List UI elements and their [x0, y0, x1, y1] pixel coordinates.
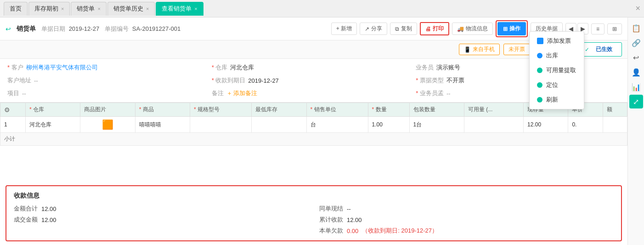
sales-staff-field: 业务员孟 -- — [416, 89, 620, 97]
effective-button[interactable]: ✓ 已生效 — [580, 42, 622, 57]
same-order-item: 同单现结 -- — [319, 205, 614, 213]
dropdown-add-invoice[interactable]: 添加发票 — [530, 34, 584, 48]
overdue-item: 本单欠款 0.00 （收款到期日: 2019-12-27） — [319, 227, 614, 235]
col-settings[interactable]: ⚙ — [0, 103, 26, 117]
not-opened-button[interactable]: 未开票 — [503, 44, 530, 55]
tab-sales-order[interactable]: 销货单 × — [71, 2, 106, 16]
col-product: 商品 — [135, 103, 190, 117]
dropdown-available-qty[interactable]: 可用量提取 — [530, 63, 584, 78]
sidebar-icon-6[interactable]: ⤢ — [629, 95, 643, 108]
ops-highlight: ⊞ 操作 — [496, 20, 528, 37]
invoice-icon — [537, 38, 543, 44]
copy-button[interactable]: ⧉ 复制 — [390, 23, 417, 35]
tab-view-sales[interactable]: 查看销货单 × — [156, 2, 203, 16]
row-index: 1 — [0, 117, 26, 133]
col-unit: 销售单位 — [306, 103, 368, 117]
row-warehouse: 河北仓库 — [26, 117, 80, 133]
total-value: 12.00 — [41, 205, 56, 212]
tab-sales-history-label: 销货单历史 — [113, 5, 143, 13]
copy-icon: ⧉ — [395, 26, 399, 32]
total-label: 金额合计 — [14, 205, 38, 213]
col-min-stock: 最低库存 — [252, 103, 306, 117]
payment-title: 收款信息 — [14, 192, 614, 200]
dropdown-outbound[interactable]: 出库 — [530, 48, 584, 63]
col-spec: 规格型号 — [190, 103, 252, 117]
add-note-button[interactable]: ＋ 添加备注 — [226, 89, 257, 97]
from-phone-button[interactable]: 📱 来自手机 — [459, 44, 500, 55]
cumulative-label: 累计收款 — [319, 216, 343, 224]
ops-button[interactable]: ⊞ 操作 — [497, 22, 526, 35]
logistics-button[interactable]: 🚚 物流信息 — [452, 23, 493, 35]
payment-section: 收款信息 金额合计 12.00 同单现结 -- 成交金额 12.00 累计收款 … — [6, 185, 622, 241]
share-icon: ↗ — [365, 26, 369, 32]
print-button[interactable]: 🖨 打印 — [420, 22, 449, 35]
ticket-type-field: 票据类型 不开票 — [416, 76, 620, 85]
effective-check-icon: ✓ — [585, 46, 589, 53]
overdue-note: （收款到期日: 2019-12-27） — [362, 227, 438, 235]
date-label: 单据日期 — [41, 25, 65, 32]
dropdown-refresh[interactable]: 刷新 — [530, 92, 584, 107]
plus-icon: ＋ — [226, 89, 232, 97]
table-row: 1 河北仓库 🟧 嘻嘻嘻嘻 台 1.00 1台 12.00 0. — [0, 117, 627, 133]
payment-date-field: 收款到期日 2019-12-27 — [212, 76, 416, 85]
sidebar-icon-3[interactable]: ↩ — [629, 51, 643, 64]
row-min-stock — [252, 117, 306, 133]
sales-staff-label: 业务员孟 — [416, 89, 444, 97]
row-spec — [190, 117, 252, 133]
sidebar-icon-4[interactable]: 👤 — [629, 65, 643, 79]
date-value: 2019-12-27 — [69, 25, 100, 32]
logistics-icon: 🚚 — [457, 26, 464, 32]
subtotal-row: 小计 — [0, 133, 627, 146]
customer-field: 客户 柳州粤港平安气体有限公司 — [7, 63, 212, 72]
col-available: 可用量 (... — [464, 103, 523, 117]
row-unit-price: 0. — [568, 117, 603, 133]
tab-sales-order-close[interactable]: × — [97, 6, 100, 11]
list-view-button[interactable]: ⊞ — [607, 23, 622, 34]
window-close-button[interactable]: × — [635, 4, 640, 13]
cumulative-value: 12.00 — [347, 217, 362, 223]
tab-inventory-init-close[interactable]: × — [61, 6, 64, 11]
payment-date-value: 2019-12-27 — [248, 77, 279, 84]
warehouse-field: 仓库 河北仓库 — [212, 63, 416, 72]
doc-icon: ↩ — [6, 25, 11, 33]
phone-icon: 📱 — [464, 46, 471, 53]
number-meta: 单据编号 SA-20191227-001 — [105, 25, 181, 33]
row-available — [464, 117, 523, 133]
tab-sales-history[interactable]: 销货单历史 × — [107, 2, 155, 16]
warehouse-label: 仓库 — [212, 63, 228, 72]
ticket-type-value: 不开票 — [446, 76, 464, 85]
col-qty: 数量 — [368, 103, 409, 117]
subtotal-label: 小计 — [0, 133, 627, 146]
grid-view-button[interactable]: ≡ — [591, 23, 604, 34]
share-button[interactable]: ↗ 分享 — [360, 23, 387, 35]
new-button[interactable]: + 新增 — [331, 23, 357, 35]
staff-value: 演示账号 — [436, 63, 460, 72]
print-icon: 🖨 — [425, 26, 431, 32]
refresh-icon — [537, 97, 542, 103]
note-field: 备注 ＋ 添加备注 — [212, 89, 416, 97]
customer-value[interactable]: 柳州粤港平安气体有限公司 — [26, 63, 98, 72]
tab-inventory-init[interactable]: 库存期初 × — [28, 2, 70, 16]
row-unit: 台 — [306, 117, 368, 133]
row-qty: 1.00 — [368, 117, 409, 133]
available-icon — [537, 68, 542, 73]
row-current-stock: 12.00 — [524, 117, 568, 133]
row-pack-qty: 1台 — [409, 117, 464, 133]
sidebar-icon-2[interactable]: 🔗 — [629, 36, 643, 50]
number-value: SA-20191227-001 — [132, 25, 181, 32]
sidebar-icon-5[interactable]: 📊 — [629, 80, 643, 94]
overdue-value: 0.00 — [347, 228, 358, 234]
row-amount — [603, 117, 627, 133]
row-image: 🟧 — [80, 117, 135, 133]
tab-home[interactable]: 首页 — [4, 2, 28, 16]
col-warehouse: 仓库 — [26, 103, 80, 117]
tab-home-label: 首页 — [10, 5, 22, 13]
sidebar-icon-1[interactable]: 📋 — [629, 21, 643, 35]
tab-sales-history-close[interactable]: × — [146, 6, 149, 11]
tab-view-sales-close[interactable]: × — [194, 6, 197, 11]
overdue-label: 本单欠款 — [319, 227, 343, 235]
row-product: 嘻嘻嘻嘻 — [135, 117, 190, 133]
form-row-3: 项目 -- 备注 ＋ 添加备注 业务员孟 -- — [7, 89, 620, 97]
dropdown-locate[interactable]: 定位 — [530, 78, 584, 92]
sales-staff-value: -- — [446, 90, 451, 97]
